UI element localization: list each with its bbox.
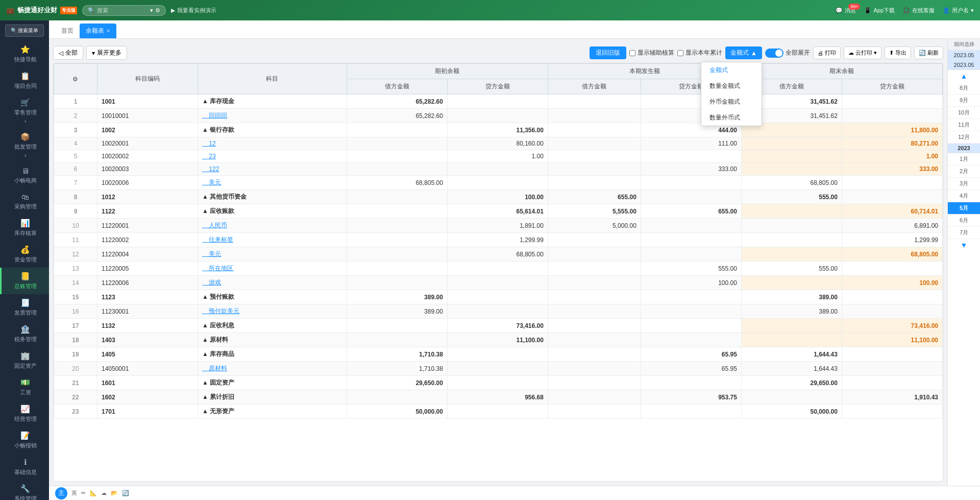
sidebar-search[interactable]: 🔍 搜索菜单: [5, 25, 44, 37]
period-month-11[interactable]: 11月: [948, 119, 980, 131]
sidebar-item-system[interactable]: 🔧 系统管理: [0, 480, 49, 500]
sidebar-item-invoice[interactable]: 🧾 发票管理: [0, 294, 49, 321]
export-button[interactable]: ⬆ 导出: [885, 46, 911, 59]
refresh-button[interactable]: 🔄 刷新: [914, 46, 943, 59]
lang-label[interactable]: 英: [71, 489, 77, 497]
tab-close-icon[interactable]: ✕: [106, 28, 110, 34]
period-month-4[interactable]: 4月: [948, 190, 980, 202]
sidebar-item-base[interactable]: ℹ 基础信息: [0, 454, 49, 480]
table-cell: [641, 190, 741, 204]
period-month-7[interactable]: 7月: [948, 227, 980, 239]
user-action[interactable]: 👤 用户名 ▾: [943, 7, 974, 14]
table-cell: [347, 233, 447, 247]
top-search-bar[interactable]: 🔍 ▾ ⚙: [82, 5, 166, 16]
top-search-input[interactable]: [97, 7, 148, 13]
sidebar-item-purchase[interactable]: 🛍 采购管理: [0, 188, 49, 215]
table-cell: [548, 247, 641, 261]
message-action[interactable]: 💬 消息 99+: [836, 7, 856, 14]
table-cell[interactable]: 23: [198, 150, 347, 163]
table-cell[interactable]: 人民币: [198, 219, 347, 233]
expand-all-toggle[interactable]: 全部展开: [765, 49, 810, 58]
tab-balance-label: 余额表: [86, 27, 104, 35]
sidebar-item-ecommerce[interactable]: 🖥 小畅电商: [0, 162, 49, 188]
service-action[interactable]: 🎧 在线客服: [903, 7, 935, 14]
table-cell[interactable]: 原材料: [198, 362, 347, 376]
table-cell[interactable]: 美元: [198, 176, 347, 190]
settings-table-icon: ⚙: [72, 76, 78, 83]
all-button[interactable]: ◁ 全部: [53, 46, 83, 60]
sidebar-item-wholesale[interactable]: 📦 批发管理 ›: [0, 128, 49, 162]
table-cell: 10020003: [97, 163, 198, 176]
settings-icon[interactable]: ⚙: [155, 7, 160, 14]
mode-option-foreign-amount[interactable]: 外币金额式: [701, 94, 762, 110]
show-auxiliary-checkbox[interactable]: 显示辅助核算: [629, 49, 674, 57]
period-month-9[interactable]: 9月: [948, 94, 980, 107]
main-button[interactable]: 主: [55, 487, 67, 499]
sidebar-item-quick-nav[interactable]: ⭐ 快捷导航: [0, 41, 49, 67]
table-cell[interactable]: 122: [198, 163, 347, 176]
table-cell: [447, 261, 548, 276]
table-cell: 1,891.00: [447, 219, 548, 233]
table-cell[interactable]: 预付款美元: [198, 304, 347, 319]
app-download-action[interactable]: 📱 App下载: [864, 7, 895, 14]
table-cell[interactable]: 游戏: [198, 276, 347, 290]
table-cell[interactable]: 往来标签: [198, 233, 347, 247]
sidebar-item-tax[interactable]: 🏦 税务管理: [0, 321, 49, 347]
demo-link[interactable]: ▶ 我要看实例演示: [171, 7, 216, 14]
mode-option-qty-amount[interactable]: 数量金额式: [701, 78, 762, 94]
table-row: 1611230001 预付款美元389.00389.00: [54, 304, 943, 319]
sidebar-purchase-label: 采购管理: [14, 203, 37, 210]
toggle-control[interactable]: [765, 49, 783, 58]
mode-button[interactable]: 金额式 ▲: [725, 46, 762, 59]
table-cell: [741, 390, 842, 404]
period-down-button[interactable]: ▼: [948, 239, 980, 251]
table-cell: ▲ 应收利息: [198, 319, 347, 333]
table-cell[interactable]: 所在地区: [198, 261, 347, 276]
sidebar-item-salary[interactable]: 💵 工资: [0, 374, 49, 400]
folder-icon[interactable]: 📂: [111, 490, 118, 496]
period-up-button[interactable]: ▲: [948, 70, 980, 82]
period-month-12[interactable]: 12月: [948, 131, 980, 144]
cloud-print-button[interactable]: ☁ 云打印 ▾: [844, 46, 881, 59]
table-cell[interactable]: 回回回: [198, 109, 347, 123]
sidebar-item-fixed-assets[interactable]: 🏢 固定资产: [0, 347, 49, 374]
sync-icon[interactable]: 🔄: [122, 490, 129, 496]
mode-option-qty-foreign[interactable]: 数量外币式: [701, 110, 762, 126]
toolbar-right: 退回旧版 显示辅助核算 显示本年累计 金额式: [590, 46, 943, 59]
period-month-2[interactable]: 2月: [948, 165, 980, 178]
cloud-sync-icon[interactable]: ☁: [101, 490, 107, 496]
sidebar-item-report[interactable]: 📝 小畅报销: [0, 427, 49, 454]
mode-option-amount[interactable]: 金额式: [701, 62, 762, 78]
edit-icon[interactable]: ✏: [81, 490, 86, 496]
sidebar-invoice-label: 发票管理: [14, 309, 37, 317]
period-month-6[interactable]: 6月: [948, 215, 980, 227]
show-ytd-checkbox[interactable]: 显示本年累计: [677, 49, 722, 57]
table-row: 1311220005 所在地区555.00555.00: [54, 261, 943, 276]
period-month-3[interactable]: 3月: [948, 178, 980, 190]
sidebar-item-ops[interactable]: 📈 经营管理: [0, 400, 49, 427]
th-settings[interactable]: ⚙: [54, 64, 97, 94]
ytd-checkbox-input[interactable]: [677, 50, 683, 56]
sidebar-item-project[interactable]: 📋 项目合同: [0, 67, 49, 94]
return-old-button[interactable]: 退回旧版: [590, 46, 626, 59]
sidebar-item-ledger[interactable]: 📒 总账管理: [0, 268, 49, 294]
ruler-icon[interactable]: 📐: [90, 490, 97, 496]
table-cell: 5: [54, 150, 97, 163]
period-month-10[interactable]: 10月: [948, 107, 980, 119]
table-cell[interactable]: 美元: [198, 247, 347, 261]
tab-home[interactable]: 首页: [55, 23, 80, 38]
sidebar: 🔍 搜索菜单 ⭐ 快捷导航 📋 项目合同 🛒 零售管理 › 📦 批发管理 › 🖥…: [0, 20, 49, 500]
auxiliary-checkbox-input[interactable]: [629, 50, 635, 56]
period-month-1[interactable]: 1月: [948, 153, 980, 165]
sidebar-item-retail[interactable]: 🛒 零售管理 ›: [0, 94, 49, 128]
expand-more-button[interactable]: ▾ 展开更多: [86, 46, 127, 60]
period-month-5[interactable]: 5月: [948, 202, 980, 215]
period-month-8[interactable]: 8月: [948, 82, 980, 94]
sidebar-item-inventory[interactable]: 📊 库存核算: [0, 215, 49, 241]
print-button[interactable]: 🖨 打印: [813, 46, 841, 59]
th-subject: 科目: [198, 64, 347, 94]
sidebar-item-capital[interactable]: 💰 资金管理: [0, 241, 49, 268]
table-cell: ▲ 固定资产: [198, 376, 347, 390]
tab-balance[interactable]: 余额表 ✕: [80, 23, 116, 38]
table-cell[interactable]: 12: [198, 137, 347, 150]
